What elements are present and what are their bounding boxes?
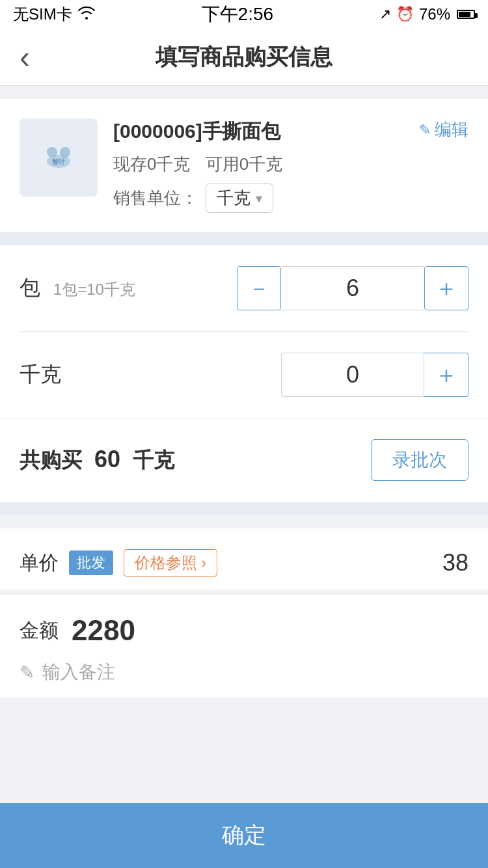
total-text: 共购买 60 千克 (20, 446, 174, 475)
amount-label: 金额 (20, 617, 59, 644)
kg-increment-button[interactable]: ＋ (424, 353, 468, 397)
kg-input[interactable] (281, 353, 424, 397)
amount-section: 金额 2280 ✎ 输入备注 (0, 590, 488, 698)
battery-icon (457, 10, 475, 19)
product-card: 智计 [0000006]手撕面包 现存0千克 可用0千克 销售单位： 千克 ▾ … (0, 99, 488, 232)
total-row: 共购买 60 千克 录批次 (0, 418, 488, 502)
batch-button[interactable]: 录批次 (371, 439, 468, 481)
price-row: 单价 批发 价格参照 › 38 (20, 549, 468, 576)
edit-icon: ✎ (419, 122, 431, 139)
kg-input-row: 千克 ＋ (20, 332, 468, 418)
note-placeholder: 输入备注 (42, 660, 115, 685)
chevron-right-icon: › (201, 554, 206, 572)
carrier-text: 无SIM卡 (13, 4, 72, 25)
status-bar: 无SIM卡 下午2:56 ↗ ⏰ 76% (0, 0, 488, 29)
status-time: 下午2:56 (202, 2, 274, 27)
section-divider-2 (0, 502, 488, 515)
product-stock: 现存0千克 可用0千克 (113, 153, 468, 176)
product-image: 智计 (20, 118, 98, 197)
bao-input[interactable] (281, 266, 424, 310)
product-info: [0000006]手撕面包 现存0千克 可用0千克 销售单位： 千克 ▾ (113, 118, 468, 213)
reference-tag[interactable]: 价格参照 › (124, 549, 217, 576)
price-value: 38 (442, 549, 468, 576)
nav-bar: ‹ 填写商品购买信息 (0, 29, 488, 86)
product-unit: 销售单位： 千克 ▾ (113, 183, 468, 213)
edit-button[interactable]: ✎ 编辑 (419, 118, 468, 141)
note-icon: ✎ (20, 662, 34, 683)
status-left: 无SIM卡 (13, 4, 96, 25)
kg-controls: ＋ (281, 353, 468, 397)
status-right: ↗ ⏰ 76% (379, 5, 475, 23)
price-label: 单价 (20, 550, 59, 576)
section-divider-1 (0, 232, 488, 245)
wifi-icon (77, 5, 96, 23)
bao-sublabel: 1包=10千克 (53, 280, 135, 298)
bao-increment-button[interactable]: ＋ (424, 266, 468, 310)
bao-label: 包 1包=10千克 (20, 274, 135, 303)
svg-text:智计: 智计 (51, 158, 66, 165)
amount-value: 2280 (72, 614, 135, 647)
battery-percent: 76% (419, 5, 450, 23)
alarm-icon: ⏰ (396, 6, 414, 23)
chevron-down-icon: ▾ (256, 191, 262, 206)
kg-label: 千克 (20, 360, 61, 389)
confirm-button-text: 确定 (222, 821, 266, 850)
bao-input-row: 包 1包=10千克 － ＋ (20, 245, 468, 332)
amount-row: 金额 2280 (20, 614, 468, 647)
confirm-bar[interactable]: 确定 (0, 803, 488, 868)
back-button[interactable]: ‹ (20, 39, 30, 75)
location-icon: ↗ (379, 6, 391, 23)
unit-select[interactable]: 千克 ▾ (206, 183, 273, 213)
note-row[interactable]: ✎ 输入备注 (20, 660, 468, 685)
product-name: [0000006]手撕面包 (113, 118, 468, 145)
price-left: 单价 批发 价格参照 › (20, 549, 217, 576)
bao-controls: － ＋ (237, 266, 468, 310)
price-section: 单价 批发 价格参照 › 38 (0, 528, 488, 590)
input-section: 包 1包=10千克 － ＋ 千克 ＋ (0, 245, 488, 418)
pifa-tag: 批发 (69, 550, 113, 575)
page-title: 填写商品购买信息 (156, 42, 332, 72)
bao-decrement-button[interactable]: － (237, 266, 281, 310)
